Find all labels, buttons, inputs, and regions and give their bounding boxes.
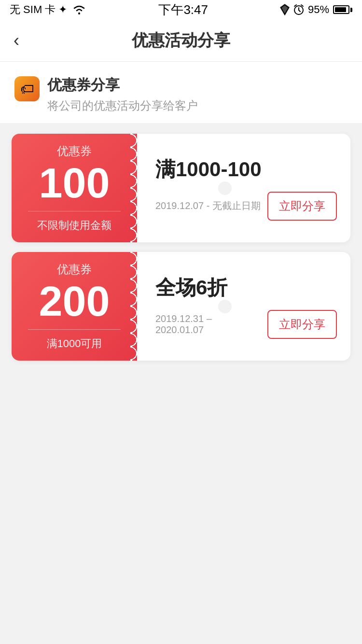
battery-icon [333,5,352,14]
coupon-label-2: 优惠券 [57,262,92,277]
status-bar: 无 SIM 卡 ✦ 下午3:47 95% [0,0,362,19]
coupon-divider-2 [28,329,121,330]
battery-percent: 95% [308,3,329,16]
nav-bar: ‹ 优惠活动分享 [0,19,362,62]
status-left: 无 SIM 卡 ✦ [10,2,86,17]
section-icon: 🏷 [14,76,40,101]
coupon-card: 优惠券 100 不限制使用金额 满1000-100 2019.12.07 - 无… [12,134,350,242]
page-title: 优惠活动分享 [132,29,230,52]
section-header: 🏷 优惠券分享 将公司的优惠活动分享给客户 [0,62,362,123]
back-button[interactable]: ‹ [14,30,19,51]
coupon-connector-top [218,182,232,195]
coupon-bottom-row-1: 2019.12.07 - 无截止日期 立即分享 [155,192,337,221]
wifi-icon [72,4,86,15]
share-button-1[interactable]: 立即分享 [267,192,337,221]
coupon-condition-2: 满1000可用 [47,336,102,351]
coupon-condition-1: 不限制使用金额 [37,218,111,233]
sim-text: 无 SIM 卡 ✦ [10,2,67,17]
coupon-date-2: 2019.12.31 – 2020.01.07 [155,313,263,336]
section-title: 优惠券分享 [47,75,198,95]
coupon-date-1: 2019.12.07 - 无截止日期 [155,199,263,212]
location-icon [280,4,290,15]
coupon-amount-2: 200 [39,280,110,322]
alarm-icon [293,4,304,15]
svg-point-0 [78,13,80,14]
status-right: 95% [280,3,352,16]
coupon-label-1: 优惠券 [57,143,92,159]
section-text: 优惠券分享 将公司的优惠活动分享给客户 [47,75,198,113]
coupon-name-1: 满1000-100 [155,156,337,183]
coupon-left-2: 优惠券 200 满1000可用 [12,252,137,361]
coupon-divider-1 [28,211,121,211]
coupon-card-2: 优惠券 200 满1000可用 全场6折 2019.12.31 – 2020.0… [12,252,350,361]
section-desc: 将公司的优惠活动分享给客户 [47,98,198,113]
status-time: 下午3:47 [158,1,208,18]
coupon-connector-2 [218,300,232,313]
coupon-amount-1: 100 [39,162,110,204]
coupon-right-1: 满1000-100 2019.12.07 - 无截止日期 立即分享 [137,134,350,242]
coupon-left-1: 优惠券 100 不限制使用金额 [12,134,137,242]
coupon-list: 优惠券 100 不限制使用金额 满1000-100 2019.12.07 - 无… [0,124,362,370]
coupon-icon: 🏷 [20,81,34,97]
share-button-2[interactable]: 立即分享 [267,310,337,339]
coupon-bottom-row-2: 2019.12.31 – 2020.01.07 立即分享 [155,310,337,339]
coupon-right-2: 全场6折 2019.12.31 – 2020.01.07 立即分享 [137,252,350,361]
coupon-name-2: 全场6折 [155,274,337,301]
